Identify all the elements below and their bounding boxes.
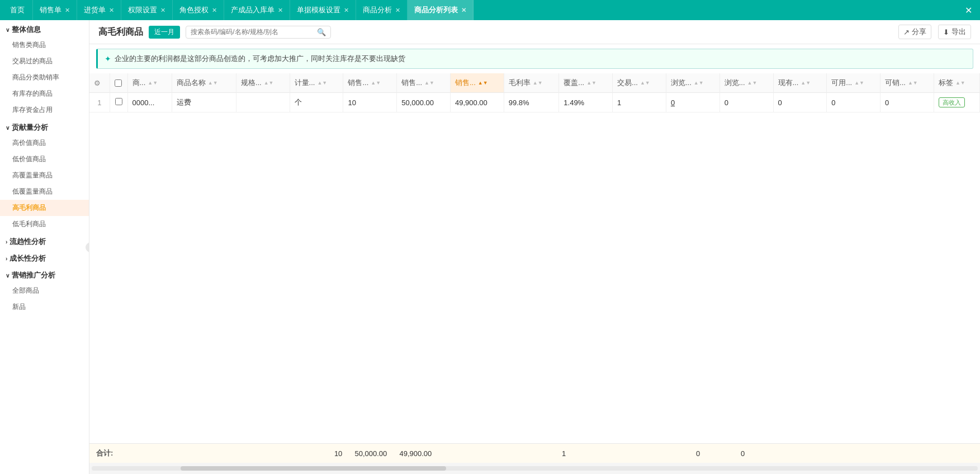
col-coverage-header[interactable]: 覆盖... ▲▼ (559, 73, 613, 93)
close-role-tab[interactable]: ✕ (212, 7, 217, 14)
col-sales-amt-header[interactable]: 销售... ▲▼ (397, 73, 451, 93)
sort-icon[interactable]: ▲▼ (371, 81, 381, 86)
footer-sales-amt: 50,000.00 (347, 449, 391, 458)
col-browse2-header[interactable]: 浏览... ▲▼ (719, 73, 773, 93)
close-purchase-tab[interactable]: ✕ (109, 7, 114, 14)
row-checkbox-cell[interactable] (110, 93, 127, 112)
nav-tab-analysis-list[interactable]: 商品分析列表 ✕ (408, 0, 474, 20)
col-saleable-header[interactable]: 可销... ▲▼ (880, 73, 934, 93)
col-browse1-header[interactable]: 浏览... ▲▼ (666, 73, 719, 93)
col-trade-header[interactable]: 交易... ▲▼ (613, 73, 666, 93)
table-wrapper[interactable]: ⚙ 商... ▲▼ (89, 73, 980, 443)
nav-tab-template[interactable]: 单据模板设置 ✕ (290, 0, 356, 20)
sort-icon[interactable]: ▲▼ (640, 81, 650, 86)
sort-icon[interactable]: ▲▼ (586, 81, 596, 86)
sort-icon[interactable]: ▲▼ (264, 81, 274, 86)
col-unit-header[interactable]: 计量... ▲▼ (290, 73, 343, 93)
nav-tab-purchase[interactable]: 进货单 ✕ (77, 0, 121, 20)
scrollbar-thumb[interactable] (181, 466, 447, 471)
search-input[interactable] (191, 28, 317, 36)
col-spec-header[interactable]: 规格... ▲▼ (236, 73, 290, 93)
search-icon[interactable]: 🔍 (317, 28, 326, 36)
close-analysis-tab[interactable]: ✕ (395, 7, 400, 14)
sidebar-group-overall[interactable]: ∨ 整体信息 (0, 20, 89, 37)
sort-icon[interactable]: ▲▼ (747, 81, 758, 86)
sort-icon[interactable]: ▲▼ (955, 81, 965, 86)
footer-label: 合计: (96, 448, 113, 458)
horizontal-scrollbar[interactable] (89, 463, 980, 474)
nav-tab-home[interactable]: 首页 (2, 0, 33, 20)
sidebar-item-low-value[interactable]: 低价值商品 (0, 151, 89, 167)
row-sales-qty: 10 (343, 93, 397, 112)
sidebar-item-stock-capital[interactable]: 库存资金占用 (0, 102, 89, 118)
sidebar-group-trend[interactable]: › 流趋性分析 (0, 232, 89, 249)
row-trade: 1 (613, 93, 666, 112)
sidebar-item-traded-goods[interactable]: 交易过的商品 (0, 53, 89, 69)
footer-stock: 0 (660, 449, 704, 458)
export-button[interactable]: ⬇ 导出 (938, 25, 971, 39)
sort-icon[interactable]: ▲▼ (694, 81, 704, 86)
sort-icon[interactable]: ▲▼ (533, 81, 543, 86)
close-template-tab[interactable]: ✕ (344, 7, 349, 14)
row-coverage: 1.49% (559, 93, 613, 112)
data-table: ⚙ 商... ▲▼ (89, 73, 980, 112)
sidebar-item-high-value[interactable]: 高价值商品 (0, 135, 89, 151)
col-gross-rate-header[interactable]: 毛利率 ▲▼ (504, 73, 559, 93)
sidebar-item-stock-goods[interactable]: 有库存的商品 (0, 86, 89, 102)
sidebar-item-new-goods[interactable]: 新品 (0, 299, 89, 315)
nav-tab-analysis[interactable]: 商品分析 ✕ (356, 0, 408, 20)
sort-icon[interactable]: ▲▼ (148, 81, 158, 86)
sidebar-group-marketing[interactable]: ∨ 营销推广分析 (0, 266, 89, 283)
sidebar-item-low-margin[interactable]: 低毛利商品 (0, 216, 89, 232)
col-sales-amt2-header[interactable]: 销售... ▲▼ (451, 73, 504, 93)
search-box[interactable]: 🔍 (186, 26, 331, 39)
sort-icon[interactable]: ▲▼ (801, 81, 811, 86)
row-checkbox[interactable] (115, 98, 122, 105)
sidebar-group-contribution[interactable]: ∨ 贡献量分析 (0, 118, 89, 135)
sort-icon[interactable]: ▲▼ (854, 81, 864, 86)
sort-icon[interactable]: ▲▼ (478, 81, 488, 86)
footer-available: 0 (704, 449, 749, 458)
sidebar-item-high-coverage[interactable]: 高覆盖量商品 (0, 167, 89, 184)
share-button[interactable]: ↗ 分享 (898, 25, 931, 39)
row-gross-rate: 99.8% (504, 93, 559, 112)
row-browse1[interactable]: 0 (666, 93, 719, 112)
sidebar-item-all-goods[interactable]: 全部商品 (0, 283, 89, 299)
filter-recent-month[interactable]: 近一月 (149, 26, 180, 39)
close-product-inbound-tab[interactable]: ✕ (278, 7, 283, 14)
sidebar-group-growth[interactable]: › 成长性分析 (0, 249, 89, 266)
col-gear[interactable]: ⚙ (89, 73, 110, 93)
sidebar-item-low-coverage[interactable]: 低覆盖量商品 (0, 184, 89, 200)
col-tag-header[interactable]: 标签 ▲▼ (934, 73, 979, 93)
sort-icon[interactable]: ▲▼ (908, 81, 918, 86)
close-all-tabs[interactable]: ✕ (959, 5, 978, 16)
select-all-checkbox[interactable] (115, 79, 122, 87)
nav-tab-permission[interactable]: 权限设置 ✕ (121, 0, 173, 20)
sidebar: « ∨ 整体信息 销售类商品 交易过的商品 商品分类助销率 有库存的商品 库存资… (0, 20, 89, 474)
sidebar-item-high-margin[interactable]: 高毛利商品 (0, 200, 89, 216)
col-code-header[interactable]: 商... ▲▼ (127, 73, 172, 93)
col-sales-qty-header[interactable]: 销售... ▲▼ (343, 73, 397, 93)
close-permission-tab[interactable]: ✕ (160, 7, 165, 14)
close-sales-tab[interactable]: ✕ (65, 7, 70, 14)
sidebar-item-sales-goods[interactable]: 销售类商品 (0, 37, 89, 53)
share-icon: ↗ (903, 28, 910, 36)
sidebar-item-category-rate[interactable]: 商品分类助销率 (0, 69, 89, 86)
nav-tab-sales[interactable]: 销售单 ✕ (33, 0, 77, 20)
nav-tab-role[interactable]: 角色授权 ✕ (173, 0, 224, 20)
chevron-down-icon: ∨ (6, 273, 10, 279)
footer-trade: 1 (525, 449, 570, 458)
row-browse2: 0 (719, 93, 773, 112)
col-stock-header[interactable]: 现有... ▲▼ (773, 73, 827, 93)
col-name-header[interactable]: 商品名称 ▲▼ (172, 73, 236, 93)
row-sales-amt2: 49,900.00 (451, 93, 504, 112)
sort-icon[interactable]: ▲▼ (317, 81, 327, 86)
sort-icon[interactable]: ▲▼ (424, 81, 434, 86)
col-available-header[interactable]: 可用... ▲▼ (827, 73, 880, 93)
settings-icon[interactable]: ⚙ (94, 79, 101, 87)
nav-tab-product-inbound[interactable]: 产成品入库单 ✕ (224, 0, 290, 20)
col-checkbox[interactable] (110, 73, 127, 93)
chevron-down-icon: ∨ (6, 27, 10, 33)
sort-icon[interactable]: ▲▼ (208, 81, 218, 86)
close-analysis-list-tab[interactable]: ✕ (461, 7, 466, 14)
